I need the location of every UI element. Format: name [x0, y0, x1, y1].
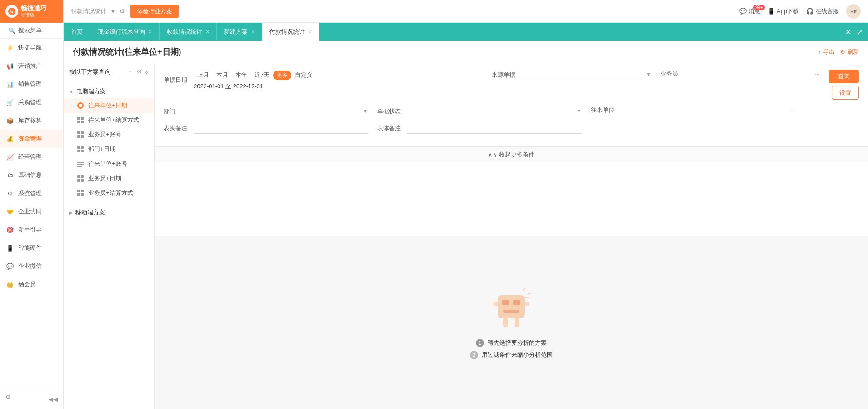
- tab-receipt-label: 收款情况统计: [167, 28, 202, 36]
- collapse-sidebar-icon[interactable]: ◀◀: [49, 396, 58, 403]
- app-download-button[interactable]: 📱 App下载: [768, 7, 799, 15]
- doc-status-label: 单据状态: [377, 107, 403, 116]
- sidebar-item-finance[interactable]: 💰 资金管理: [0, 130, 63, 148]
- scheme-section-desktop-header[interactable]: ▼ 电脑端方案: [64, 85, 154, 98]
- sidebar-logo: 6 畅捷通巧 标准版: [0, 0, 63, 23]
- staff-select[interactable]: [690, 72, 811, 76]
- tab-payment[interactable]: 付款情况统计 ×: [262, 23, 319, 41]
- date-this-month[interactable]: 本月: [213, 70, 232, 81]
- svg-rect-20: [81, 175, 84, 178]
- topbar: 付款情况统计 ▼ ⚙ 体验行业方案 💬 消息 99+ 📱 App下载 🎧 在线客…: [64, 0, 868, 23]
- purchase-icon: 🛒: [5, 98, 15, 107]
- date-this-year[interactable]: 本年: [232, 70, 251, 81]
- scheme-item-label: 往来单位+账号: [88, 160, 127, 168]
- sidebar-item-sales[interactable]: 📊 销售管理: [0, 75, 63, 93]
- scheme-item-unit-account[interactable]: 往来单位+账号: [64, 157, 154, 171]
- scheme-item-unit-date[interactable]: 往来单位+日期: [64, 98, 154, 113]
- empty-state: 1 请先选择要分析的方案 2 用过滤条件来缩小分析范围: [470, 286, 553, 359]
- collapse-filter-bar[interactable]: ∧∧ 收起更多条件: [155, 146, 868, 162]
- message-button[interactable]: 💬 消息 99+: [739, 7, 760, 15]
- sidebar-item-inventory[interactable]: 📦 库存核算: [0, 111, 63, 130]
- scheme-section-mobile-header[interactable]: ▶ 移动端方案: [64, 206, 154, 219]
- sidebar-item-purchase[interactable]: 🛒 采购管理: [0, 93, 63, 111]
- scheme-item-label: 业务员+结算方式: [88, 189, 133, 197]
- sidebar-item-operation[interactable]: 📈 经营管理: [0, 148, 63, 166]
- staff-ellipsis[interactable]: ···: [815, 71, 820, 77]
- search-label: 搜索菜单: [18, 26, 42, 35]
- tab-receipt-close[interactable]: ×: [206, 29, 209, 35]
- scheme-item-staff-account[interactable]: 业务员+账号: [64, 127, 154, 142]
- svg-rect-13: [81, 146, 84, 149]
- filter-field-date: 单据日期 上月 本月 本年 近7天 更多 自定义 20: [164, 70, 483, 91]
- refresh-button[interactable]: ↻ 刷新: [840, 48, 859, 56]
- date-last-month[interactable]: 上月: [194, 70, 213, 81]
- source-label: 来源单据: [492, 71, 517, 79]
- tab-close-all-icon[interactable]: ✕: [845, 28, 851, 36]
- setting-button[interactable]: 设置: [832, 86, 859, 100]
- svg-rect-29: [513, 300, 520, 305]
- svg-rect-31: [493, 302, 499, 306]
- tab-bank[interactable]: 现金银行流水查询 ×: [90, 23, 160, 41]
- tab-home[interactable]: 首页: [64, 23, 90, 41]
- sidebar-item-hardware[interactable]: 📱 智能硬件: [0, 239, 63, 257]
- tab-new-scheme[interactable]: 新建方案 ×: [217, 23, 262, 41]
- member-icon: 👑: [5, 280, 15, 289]
- sidebar-search[interactable]: 🔍 搜索菜单: [0, 23, 63, 39]
- filter-field-dept: 部门 ▼: [164, 106, 368, 116]
- sidebar-item-wechat[interactable]: 💬 企业微信: [0, 257, 63, 275]
- sidebar-item-corp[interactable]: 🤝 企业协同: [0, 202, 63, 221]
- scheme-settings-icon[interactable]: ⊙: [137, 68, 142, 76]
- partner-select[interactable]: [621, 108, 787, 112]
- sidebar-item-basic[interactable]: 🗂 基础信息: [0, 166, 63, 184]
- sidebar-item-label: 新手引导: [18, 226, 42, 234]
- svg-rect-16: [77, 162, 84, 163]
- sidebar-item-label: 库存核算: [18, 116, 42, 125]
- doc-status-select[interactable]: ▼: [407, 106, 582, 116]
- sidebar-item-quick-nav[interactable]: ⚡ 快捷导航: [0, 39, 63, 57]
- scheme-item-icon-grid5: [76, 189, 85, 197]
- sidebar-item-marketing[interactable]: 📢 营销推广: [0, 57, 63, 75]
- service-icon: 🎧: [806, 8, 813, 15]
- date-more[interactable]: 更多: [273, 71, 291, 80]
- scheme-item-staff-date[interactable]: 业务员+日期: [64, 171, 154, 186]
- date-custom[interactable]: 自定义: [291, 70, 316, 81]
- sidebar-item-label: 智能硬件: [18, 244, 42, 252]
- sidebar-item-system[interactable]: ⚙ 系统管理: [0, 184, 63, 202]
- scheme-item-unit-settle[interactable]: 往来单位+结算方式: [64, 113, 154, 127]
- query-button[interactable]: 查询: [829, 70, 859, 83]
- source-select[interactable]: ▼: [522, 70, 651, 80]
- svg-rect-12: [77, 146, 80, 149]
- body-note-input[interactable]: [407, 123, 582, 134]
- scheme-item-icon-grid: [76, 116, 85, 124]
- date-7days[interactable]: 近7天: [251, 70, 273, 81]
- online-service-button[interactable]: 🎧 在线客服: [806, 7, 839, 15]
- scheme-item-staff-settle[interactable]: 业务员+结算方式: [64, 186, 154, 200]
- header-note-label: 表头备注: [164, 124, 189, 132]
- trial-button[interactable]: 体验行业方案: [130, 5, 179, 18]
- user-avatar[interactable]: Rit: [846, 4, 861, 19]
- tab-expand-icon[interactable]: ⤢: [857, 28, 863, 36]
- sidebar-item-guide[interactable]: 🎯 新手引导: [0, 221, 63, 239]
- partner-ellipsis[interactable]: ···: [790, 107, 795, 114]
- scheme-panel-collapse-icon[interactable]: «: [145, 69, 149, 76]
- topbar-dropdown-icon[interactable]: ▼: [110, 8, 116, 15]
- svg-rect-34: [515, 318, 519, 327]
- sidebar-item-member[interactable]: 👑 畅会员: [0, 275, 63, 293]
- topbar-gear-icon[interactable]: ⚙: [120, 8, 125, 15]
- add-scheme-icon[interactable]: ＋: [127, 68, 133, 76]
- tab-spacer: [319, 23, 840, 41]
- tab-receipt[interactable]: 收款情况统计 ×: [160, 23, 217, 41]
- empty-step1-text: 请先选择要分析的方案: [488, 339, 547, 347]
- export-button[interactable]: ↑ 导出: [818, 48, 835, 56]
- step-num-1: 1: [476, 339, 484, 347]
- header-note-input[interactable]: [194, 123, 368, 134]
- wechat-icon: 💬: [5, 262, 15, 271]
- scheme-item-dept-date[interactable]: 部门+日期: [64, 142, 154, 157]
- tab-new-scheme-close[interactable]: ×: [251, 29, 254, 35]
- sidebar-item-label: 畅会员: [18, 280, 36, 288]
- tab-bank-close[interactable]: ×: [149, 29, 152, 35]
- svg-rect-9: [81, 131, 84, 134]
- settings-icon[interactable]: ⚙: [5, 394, 16, 404]
- dept-select[interactable]: ▼: [194, 106, 368, 116]
- tab-payment-close[interactable]: ×: [309, 29, 312, 35]
